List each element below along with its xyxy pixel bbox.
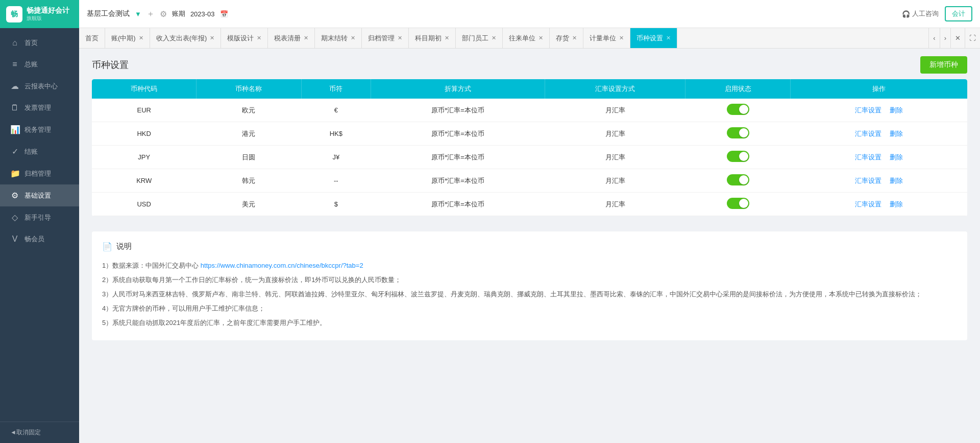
- rate-settings-link[interactable]: 汇率设置: [855, 200, 881, 208]
- toggle-thumb: [739, 199, 748, 208]
- cell-symbol: J¥: [301, 146, 371, 169]
- support-button[interactable]: 🎧 人工咨询: [902, 9, 939, 18]
- cell-code: HKD: [92, 122, 196, 146]
- tab-unit[interactable]: 计量单位 ✕: [583, 28, 630, 49]
- tab-close-contacts[interactable]: ✕: [538, 35, 543, 41]
- sidebar-item-settings[interactable]: ⚙ 基础设置: [0, 184, 79, 206]
- currency-table-wrapper: 币种代码 币种名称 币符 折算方式 汇率设置方式 启用状态 操作 EUR 欧元 …: [92, 79, 967, 216]
- cell-status: [685, 146, 791, 169]
- tab-home[interactable]: 首页: [79, 28, 105, 49]
- cell-actions: 汇率设置 删除: [791, 146, 967, 169]
- toggle-enabled[interactable]: [727, 151, 749, 162]
- logo-text: 畅捷通好会计 旗舰版: [27, 6, 69, 22]
- tab-close-subject[interactable]: ✕: [445, 35, 449, 41]
- tab-close-dept[interactable]: ✕: [492, 35, 496, 41]
- cell-calc: 原币*汇率=本位币: [371, 193, 545, 216]
- tab-income[interactable]: 收入支出表(年报) ✕: [150, 28, 222, 49]
- tab-inventory[interactable]: 存货 ✕: [550, 28, 583, 49]
- table-row: HKD 港元 HK$ 原币*汇率=本位币 月汇率 汇率设置 删除: [92, 122, 967, 146]
- sidebar-item-tax[interactable]: 📊 税务管理: [0, 119, 79, 141]
- sidebar-footer[interactable]: ◄取消固定: [0, 422, 79, 443]
- tab-period[interactable]: 账(中期) ✕: [105, 28, 150, 49]
- tab-close-tax[interactable]: ✕: [304, 35, 308, 41]
- sidebar-item-guide[interactable]: ◇ 新手引导: [0, 206, 79, 228]
- rate-settings-link[interactable]: 汇率设置: [855, 177, 881, 184]
- rate-settings-link[interactable]: 汇率设置: [855, 130, 881, 137]
- notes-item: 2）系统自动获取每月第一个工作日的汇率标价，统一为直接标价法，即1外币可以兑换的…: [102, 273, 957, 287]
- toggle-track: [727, 151, 749, 162]
- tab-close-period[interactable]: ✕: [139, 35, 143, 41]
- tab-close-currency[interactable]: ✕: [666, 35, 671, 41]
- tab-close-unit[interactable]: ✕: [619, 35, 624, 41]
- toggle-enabled[interactable]: [727, 104, 749, 115]
- sidebar-item-ledger[interactable]: ≡ 总账: [0, 54, 79, 75]
- settings-gear-icon[interactable]: ⚙: [160, 9, 167, 19]
- rate-settings-link[interactable]: 汇率设置: [855, 153, 881, 161]
- calendar-icon[interactable]: 📅: [220, 10, 228, 18]
- tab-currency[interactable]: 币种设置 ✕: [630, 28, 677, 49]
- toggle-enabled[interactable]: [727, 127, 749, 138]
- user-role-button[interactable]: 会计: [945, 6, 972, 21]
- delete-link[interactable]: 删除: [890, 130, 903, 137]
- tab-archive[interactable]: 归档管理 ✕: [362, 28, 409, 49]
- delete-link[interactable]: 删除: [890, 106, 903, 114]
- cell-symbol: HK$: [301, 122, 371, 146]
- tabs-next-button[interactable]: ›: [940, 28, 950, 49]
- cell-status: [685, 193, 791, 216]
- tab-close-inventory[interactable]: ✕: [572, 35, 577, 41]
- invoice-icon: 🗒: [10, 103, 19, 112]
- cell-rate-type: 月汇率: [545, 99, 685, 122]
- tabs-prev-button[interactable]: ‹: [928, 28, 939, 49]
- add-tab-icon[interactable]: ＋: [146, 9, 155, 19]
- notes-section: 📄 说明 1）数据来源：中国外汇交易中心 https://www.chinamo…: [92, 231, 967, 340]
- delete-link[interactable]: 删除: [890, 153, 903, 161]
- tab-close-income[interactable]: ✕: [210, 35, 214, 41]
- sidebar-nav: ⌂ 首页 ≡ 总账 ☁ 云报表中心 🗒 发票管理 📊 税务管理 ✓ 结账 📁 归…: [0, 28, 79, 422]
- rate-settings-link[interactable]: 汇率设置: [855, 106, 881, 114]
- sidebar-item-reports[interactable]: ☁ 云报表中心: [0, 75, 79, 97]
- toggle-thumb: [739, 175, 748, 184]
- home-icon: ⌂: [10, 38, 19, 48]
- sidebar-item-archive[interactable]: 📁 归档管理: [0, 162, 79, 184]
- notes-item: 4）无官方牌价的币种，可以用用户手工维护汇率信息；: [102, 301, 957, 316]
- main-content: 币种设置 币种代码 币种名称 币符 折算方式 汇率设置方式 启用状态 操作 EU…: [79, 49, 980, 443]
- tab-subject[interactable]: 科目期初 ✕: [409, 28, 456, 49]
- tab-dept[interactable]: 部门员工 ✕: [456, 28, 503, 49]
- period-value: 2023-03: [190, 10, 215, 18]
- toggle-thumb: [739, 152, 748, 161]
- sidebar-item-checkout[interactable]: ✓ 结账: [0, 141, 79, 162]
- tab-close-archive[interactable]: ✕: [398, 35, 402, 41]
- sidebar-item-home[interactable]: ⌂ 首页: [0, 32, 79, 54]
- notes-title: 📄 说明: [102, 242, 957, 251]
- cell-name: 韩元: [196, 169, 301, 193]
- new-currency-button[interactable]: 新增币种: [920, 56, 967, 74]
- delete-link[interactable]: 删除: [890, 200, 903, 208]
- company-dropdown-icon[interactable]: ▼: [135, 10, 141, 18]
- sidebar-item-invoice[interactable]: 🗒 发票管理: [0, 97, 79, 119]
- tabs-close-button[interactable]: ✕: [950, 28, 965, 49]
- cell-name: 欧元: [196, 99, 301, 122]
- cell-calc: 原币*汇率=本位币: [371, 122, 545, 146]
- table-header-row: 币种代码 币种名称 币符 折算方式 汇率设置方式 启用状态 操作: [92, 79, 967, 99]
- tab-period-end[interactable]: 期末结转 ✕: [315, 28, 362, 49]
- tab-close-template[interactable]: ✕: [257, 35, 261, 41]
- tab-close-period-end[interactable]: ✕: [351, 35, 355, 41]
- col-code: 币种代码: [92, 79, 196, 99]
- checkout-icon: ✓: [10, 147, 19, 156]
- tab-contacts[interactable]: 往来单位 ✕: [503, 28, 550, 49]
- toggle-enabled[interactable]: [727, 198, 749, 209]
- cell-calc: 原币*汇率=本位币: [371, 169, 545, 193]
- tab-template[interactable]: 模版设计 ✕: [221, 28, 268, 49]
- cell-name: 日圆: [196, 146, 301, 169]
- cell-symbol: $: [301, 193, 371, 216]
- tabs-expand-button[interactable]: ⛶: [965, 28, 980, 49]
- delete-link[interactable]: 删除: [890, 177, 903, 184]
- member-icon: V: [10, 235, 19, 244]
- tab-tax[interactable]: 税表清册 ✕: [268, 28, 315, 49]
- cell-status: [685, 122, 791, 146]
- sidebar-item-member[interactable]: V 畅会员: [0, 228, 79, 250]
- cell-actions: 汇率设置 删除: [791, 122, 967, 146]
- toggle-enabled[interactable]: [727, 174, 749, 185]
- toggle-thumb: [739, 105, 748, 114]
- notes-external-link[interactable]: https://www.chinamoney.com.cn/chinese/bk…: [201, 262, 363, 269]
